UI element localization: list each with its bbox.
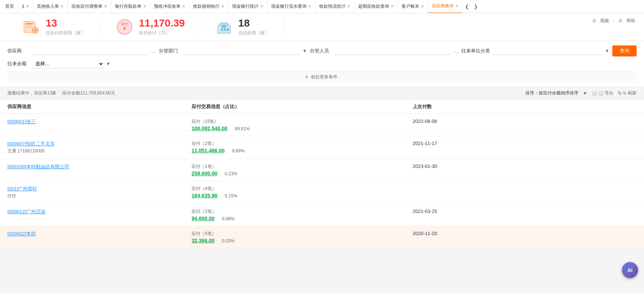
- export-button[interactable]: ⬜ 导出: [592, 90, 613, 96]
- tx-amount-5[interactable]: 94,600.00: [192, 216, 214, 221]
- nav-tab-other-income[interactable]: 其他收入单 ✕: [33, 0, 68, 13]
- nav-tab-3[interactable]: 3 ✕: [18, 0, 33, 13]
- collapse-up-icon: ∧: [305, 74, 308, 79]
- summary-label-3: 总供应商（家）: [238, 30, 269, 36]
- sort-arrow-icon: ▼: [583, 91, 587, 96]
- nav-tab-bank[interactable]: 银行存取款单 ✕: [111, 0, 150, 13]
- content-area: 供应商信息 应付交易信息（占比） 上次付数 [000001]张三 应付（15笔）…: [0, 100, 644, 293]
- tx-pct-6: 0.03%: [222, 238, 234, 244]
- person-label: 分管人员: [310, 48, 332, 54]
- page-wrapper: 首页 3 ✕ 其他收入单 ✕ 应收应付调整单 ✕ 银行存取款单 ✕ 预收冲应收单…: [0, 0, 644, 293]
- dept-input[interactable]: [183, 47, 301, 55]
- tx-row-6: 32,366.00 0.03%: [192, 238, 413, 244]
- summary-number-1: 13: [46, 18, 85, 28]
- nav-tab-overdue[interactable]: 超期应收款查询 ✕: [354, 0, 398, 13]
- top-nav: 首页 3 ✕ 其他收入单 ✕ 应收应付调整单 ✕ 银行存取款单 ✕ 预收冲应收单…: [0, 0, 644, 13]
- tx-info-1: 应付（15笔） 100,092,540.00 89.61%: [192, 118, 413, 131]
- close-cash-stat[interactable]: ✕: [260, 4, 263, 9]
- result-info: 搜索结果中，供应商13家 应付金额111,703,854.00元: [7, 90, 115, 96]
- supplier-input[interactable]: [32, 47, 148, 55]
- close-receipt-verify[interactable]: ✕: [221, 4, 224, 9]
- circle-help-icon: ⊙: [619, 18, 622, 23]
- svg-rect-1: [26, 23, 33, 24]
- table-row: [000001]张三 应付（15笔） 100,092,540.00 89.61%…: [0, 114, 644, 136]
- supplier-link-3[interactable]: [000100]本特勤油品有限公司: [7, 163, 192, 170]
- total-supplier-icon: [215, 18, 233, 36]
- close-receipt-stat[interactable]: ✕: [347, 4, 350, 9]
- close-supplier[interactable]: ✕: [455, 4, 459, 8]
- refresh-button[interactable]: ↻ 刷新: [618, 90, 637, 96]
- summary-text-2: 11,170.39 应付合计（万）: [139, 18, 185, 36]
- tx-pct-2: 9.89%: [232, 148, 245, 154]
- nav-tab-home[interactable]: 首页: [1, 0, 18, 13]
- summary-label-2: 应付合计（万）: [139, 30, 185, 36]
- close-customer[interactable]: ✕: [421, 4, 424, 9]
- nav-tab-prepay[interactable]: 预收冲应收单 ✕: [150, 0, 189, 13]
- nav-tab-ar-ap[interactable]: 应收应付调整单 ✕: [68, 0, 111, 13]
- supplier-dots-btn[interactable]: ...: [151, 48, 155, 54]
- summary-number-2: 11,170.39: [139, 18, 185, 28]
- nav-tab-cash-flow[interactable]: 现金银行流水查询 ✕: [267, 0, 315, 13]
- filter-row-2: 往来余额 选择... ▼: [7, 59, 637, 68]
- nav-tab-cash-stat[interactable]: 现金银行统计 ✕: [228, 0, 267, 13]
- tx-amount-1[interactable]: 100,092,540.00: [192, 125, 227, 131]
- supplier-info-3: [000100]本特勤油品有限公司: [7, 163, 192, 170]
- svg-rect-13: [227, 28, 229, 31]
- supplier-info-4: [001]广州荣轩 仔仔: [7, 186, 192, 199]
- ai-assistant-button[interactable]: Ai: [622, 262, 638, 278]
- close-bank[interactable]: ✕: [143, 4, 146, 9]
- close-prepay[interactable]: ✕: [182, 4, 185, 9]
- tx-amount-3[interactable]: 258,000.00: [192, 170, 217, 176]
- person-input[interactable]: [334, 47, 451, 55]
- dept-dropdown-icon[interactable]: ▼: [302, 48, 307, 54]
- tx-row-5: 94,600.00 0.08%: [192, 216, 413, 221]
- supplier-link-4[interactable]: [001]广州荣轩: [7, 186, 192, 192]
- amount-info: 应付金额111,703,854.00元: [62, 90, 115, 96]
- nav-tab-receipt-stat[interactable]: 收款情况统计 ✕: [315, 0, 354, 13]
- tx-amount-4[interactable]: 164,635.90: [192, 193, 217, 199]
- supplier-link-6[interactable]: [000002]李四: [7, 231, 192, 237]
- collapse-label: 收起更多条件: [311, 74, 337, 79]
- main-table: 供应商信息 应付交易信息（占比） 上次付数 [000001]张三 应付（15笔）…: [0, 100, 644, 248]
- summary-item-3: 18 总供应商（家）: [200, 18, 284, 36]
- close-overdue[interactable]: ✕: [391, 4, 394, 9]
- balance-dropdown-icon[interactable]: ▼: [106, 61, 111, 66]
- table-row: [000007]恒旺二手叉车 王通 17106110000 应付（2笔） 11,…: [0, 136, 644, 159]
- search-button[interactable]: 查询: [612, 45, 637, 56]
- category-dropdown-icon[interactable]: ▼: [605, 48, 609, 54]
- category-input[interactable]: [492, 47, 603, 55]
- nav-tab-customer[interactable]: 客户账本 ✕: [398, 0, 428, 13]
- tx-pct-4: 0.15%: [225, 193, 237, 199]
- dept-label: 分管部门: [159, 48, 181, 54]
- tx-row-1: 100,092,540.00 89.61%: [192, 125, 413, 131]
- help-link[interactable]: 帮助: [626, 18, 635, 23]
- nav-prev[interactable]: ❮: [463, 0, 472, 13]
- result-bar: 搜索结果中，供应商13家 应付金额111,703,854.00元 排序：按应付余…: [0, 87, 644, 100]
- close-tab-3[interactable]: ✕: [26, 4, 29, 9]
- supplier-info-5: [000012]广州贝瑞: [7, 208, 192, 215]
- tx-amount-6[interactable]: 32,366.00: [192, 238, 214, 244]
- svg-text:应付: 应付: [121, 22, 128, 26]
- last-pay-5: 2021-03-25: [413, 208, 637, 214]
- close-ar-ap[interactable]: ✕: [104, 4, 107, 9]
- close-other-income[interactable]: ✕: [60, 4, 64, 9]
- supplier-sub-4: 仔仔: [7, 193, 192, 199]
- close-cash-flow[interactable]: ✕: [308, 4, 311, 9]
- svg-rect-11: [221, 28, 223, 31]
- collapse-bar[interactable]: ∧ 收起更多条件: [7, 71, 637, 82]
- tx-label-1: 应付（15笔）: [192, 118, 413, 125]
- nav-tab-receipt-verify[interactable]: 收款核销执行 ✕: [189, 0, 228, 13]
- nav-next[interactable]: ❯: [472, 0, 480, 13]
- person-dots-btn[interactable]: ...: [453, 48, 458, 54]
- svg-rect-2: [26, 25, 31, 26]
- supplier-link-5[interactable]: [000012]广州贝瑞: [7, 208, 192, 215]
- supplier-link-1[interactable]: [000001]张三: [7, 118, 192, 125]
- table-row: [000100]本特勤油品有限公司 应付（1笔） 258,000.00 0.23…: [0, 159, 644, 181]
- tx-info-6: 应付（5笔） 32,366.00 0.03%: [192, 231, 413, 244]
- tx-amount-2[interactable]: 11,051,486.00: [192, 148, 225, 154]
- video-link[interactable]: 视频: [600, 18, 609, 23]
- balance-select[interactable]: 选择...: [32, 59, 104, 68]
- supplier-link-2[interactable]: [000007]恒旺二手叉车: [7, 141, 192, 147]
- tx-label-3: 应付（1笔）: [192, 163, 413, 170]
- nav-tab-supplier[interactable]: 供应商账本 ✕: [428, 0, 463, 13]
